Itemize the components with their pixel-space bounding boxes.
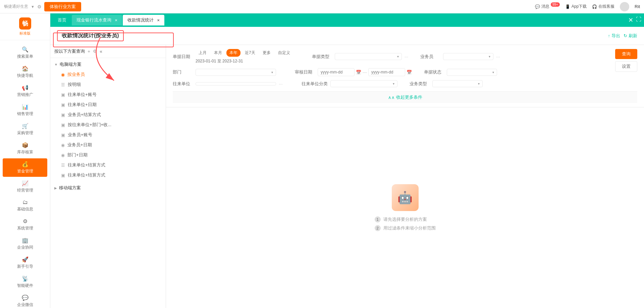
query-button[interactable]: 查询 — [615, 49, 637, 59]
tab-bar: 首页 现金银行流水查询 ✕ 收款情况统计 ✕ ✕ ⛶ — [50, 13, 644, 27]
sidebar-nav: 🔍 搜索菜单 🏠 快捷导航 📢 营销推广 📊 销售管理 🛒 采购管理 📦 — [0, 40, 50, 308]
collapse-bar[interactable]: ∧∧ 收起更多条件 — [173, 91, 637, 103]
tab-bank-flow[interactable]: 现金银行流水查询 ✕ — [72, 15, 122, 25]
sidebar-item-guide[interactable]: 🚀 新手引导 — [3, 254, 47, 272]
scheme-item-salesman-payment[interactable]: ▣ 业务员+结算方式 — [50, 110, 166, 120]
sidebar-item-label: 基础信息 — [17, 206, 33, 212]
date-btn-this-year[interactable]: 本年 — [226, 49, 240, 57]
date-btn-last-month[interactable]: 上月 — [196, 49, 210, 57]
date-btn-custom[interactable]: 自定义 — [275, 49, 293, 57]
doctype-more-icon[interactable]: ··· — [405, 54, 409, 59]
wechat-icon: 💬 — [22, 295, 29, 301]
scheme-item-icon-dd: ◉ — [61, 153, 65, 158]
hardware-icon: 📡 — [22, 275, 29, 282]
ops-icon: 📈 — [22, 180, 29, 187]
tab-expand-icon[interactable]: ⛶ — [636, 16, 641, 24]
date-btn-7days[interactable]: 近7天 — [242, 49, 258, 57]
tab-receipt-stats[interactable]: 收款情况统计 ✕ — [123, 15, 164, 25]
tab-home-label: 首页 — [58, 17, 66, 23]
scheme-settings-icon[interactable]: ⚙ — [93, 49, 97, 54]
partner-category-select[interactable]: ▾ — [330, 80, 397, 87]
sidebar-item-marketing[interactable]: 📢 营销推广 — [3, 82, 47, 100]
audit-date-end[interactable] — [368, 68, 405, 76]
filter-item-salesman: 业务员 ▾ ··· — [420, 53, 500, 60]
partner-select[interactable] — [196, 82, 276, 86]
sidebar-item-wechat[interactable]: 💬 企业微信 — [3, 292, 47, 308]
salesman-select[interactable]: ▾ — [443, 53, 493, 60]
export-label: 导出 — [611, 33, 620, 39]
tab-receipt-stats-close[interactable]: ✕ — [157, 18, 160, 22]
app-download-button[interactable]: 📱 App下载 — [565, 4, 587, 9]
page-actions: ↑ 导出 ↻ 刷新 — [608, 33, 638, 39]
scheme-item-label: 业务员+账号 — [68, 132, 92, 138]
dept-select[interactable]: ▾ — [196, 69, 276, 76]
export-button[interactable]: ↑ 导出 — [608, 33, 621, 39]
sidebar-item-purchase[interactable]: 🛒 采购管理 — [3, 120, 47, 139]
sidebar-item-hardware[interactable]: 📡 智能硬件 — [3, 273, 47, 291]
doctype-label: 单据类型 — [312, 54, 332, 60]
scheme-item-dept-date[interactable]: ◉ 部门+日期 — [50, 150, 166, 160]
dropdown-arrow-icon[interactable]: ▼ — [31, 5, 35, 9]
scheme-mobile-group-title[interactable]: ▶ 移动端方案 — [50, 183, 166, 193]
tab-close-all-icon[interactable]: ✕ — [628, 16, 633, 24]
scheme-item-salesman-date[interactable]: ◉ 业务员+日期 — [50, 140, 166, 150]
tip-num-2: 2 — [375, 225, 381, 231]
audit-date-start[interactable] — [318, 68, 355, 76]
sales-icon: 📊 — [22, 104, 29, 110]
sidebar-item-system[interactable]: ⚙ 系统管理 — [3, 215, 47, 234]
tab-bank-flow-close[interactable]: ✕ — [115, 18, 117, 22]
app-logo: 畅 — [19, 17, 31, 30]
tab-receipt-stats-label: 收款情况统计 — [127, 17, 154, 23]
scheme-item-by-salesman[interactable]: ◉ 按业务员 — [50, 69, 166, 80]
scheme-add-icon[interactable]: + — [88, 49, 90, 54]
sidebar-item-label: 新手引导 — [17, 264, 33, 269]
scheme-item-partner-date[interactable]: ▣ 往来单位+日期 — [50, 100, 166, 110]
trial-button[interactable]: 体验行业方案 — [44, 2, 81, 11]
message-button[interactable]: 💬 消息 99+ — [535, 4, 560, 9]
refresh-button[interactable]: ↻ 刷新 — [624, 33, 637, 39]
sidebar-item-basic[interactable]: 🗂 基础信息 — [3, 197, 47, 215]
partner-more-icon[interactable]: ··· — [279, 81, 283, 87]
doctype-select[interactable]: ▾ — [335, 53, 402, 60]
doc-status-select[interactable]: ▾ — [447, 69, 497, 76]
date-btn-this-month[interactable]: 本月 — [211, 49, 225, 57]
search-icon: 🔍 — [22, 46, 29, 53]
date-btn-more[interactable]: 更多 — [260, 49, 274, 57]
cal-icon-end: 📅 — [407, 70, 412, 75]
sidebar-item-ops[interactable]: 📈 经营管理 — [3, 177, 47, 196]
sidebar-item-label: 智能硬件 — [17, 283, 33, 289]
sidebar-item-inventory[interactable]: 📦 库存核算 — [3, 139, 47, 158]
empty-tip-2: 2 用过滤条件来缩小分析范围 — [375, 225, 436, 231]
collapse-bar-content: ∧∧ 收起更多条件 — [388, 94, 422, 100]
user-avatar[interactable] — [620, 2, 629, 11]
sidebar-item-nav[interactable]: 🏠 快捷导航 — [3, 63, 47, 81]
header-gear-icon[interactable]: ⚙ — [37, 4, 42, 9]
online-service-button[interactable]: 🎧 在线客服 — [592, 4, 614, 9]
page-title: 收款情况统计(按业务员) — [57, 30, 124, 41]
sidebar-item-finance[interactable]: 💰 资金管理 — [3, 158, 47, 177]
scheme-item-partner-payment1[interactable]: ☰ 往来单位+结算方式 — [50, 160, 166, 170]
empty-tip-1: 1 请先选择要分析的方案 — [375, 216, 436, 222]
tab-bank-flow-label: 现金银行流水查询 — [76, 17, 111, 23]
set-button[interactable]: 设置 — [615, 61, 637, 72]
empty-robot-icon: 🤖 — [392, 184, 419, 211]
scheme-collapse-icon[interactable]: « — [100, 49, 102, 54]
scheme-mobile-group: ▶ 移动端方案 — [50, 182, 166, 194]
export-icon: ↑ — [608, 33, 610, 38]
salesman-more-icon[interactable]: ··· — [496, 54, 500, 59]
sidebar-item-enterprise[interactable]: 🏢 企业协同 — [3, 235, 47, 253]
sidebar-item-label: 系统管理 — [17, 225, 33, 231]
scheme-item-partner-payment2[interactable]: ▣ 往来单位+结算方式 — [50, 170, 166, 180]
tab-home[interactable]: 首页 — [53, 15, 71, 25]
scheme-item-icon-pp1: ☰ — [61, 163, 65, 168]
sidebar-item-search[interactable]: 🔍 搜索菜单 — [3, 44, 47, 62]
sidebar-item-sales[interactable]: 📊 销售管理 — [3, 101, 47, 119]
scheme-item-label: 业务员+日期 — [67, 142, 92, 148]
scheme-item-partner-account[interactable]: ▣ 往来单位+账号 — [50, 90, 166, 100]
audit-date-label: 审核日期 — [295, 69, 315, 75]
scheme-item-by-partner-dept[interactable]: ▣ 按往来单位+部门+收... — [50, 120, 166, 130]
scheme-item-salesman-account[interactable]: ▣ 业务员+账号 — [50, 130, 166, 140]
scheme-desktop-group-title[interactable]: ▼ 电脑端方案 — [50, 59, 166, 69]
scheme-item-by-detail[interactable]: ☰ 按明细 — [50, 80, 166, 90]
biz-type-select[interactable]: ▾ — [432, 80, 483, 87]
